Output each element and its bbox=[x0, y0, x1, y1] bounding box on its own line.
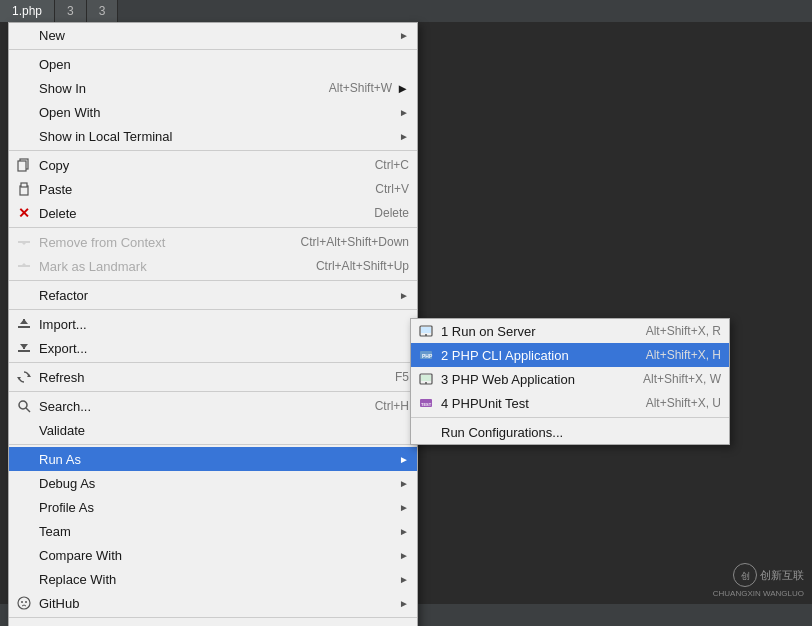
tab-3[interactable]: 3 bbox=[87, 0, 119, 22]
validate-label: Validate bbox=[39, 423, 85, 438]
menu-item-show-in[interactable]: Show In Alt+Shift+W ► bbox=[9, 76, 417, 100]
paste-icon bbox=[15, 182, 33, 196]
replace-with-arrow: ► bbox=[399, 574, 409, 585]
mark-landmark-icon bbox=[15, 259, 33, 273]
run-as-label: Run As bbox=[39, 452, 81, 467]
tab-2-label: 3 bbox=[67, 4, 74, 18]
svg-point-18 bbox=[18, 597, 30, 609]
paste-shortcut: Ctrl+V bbox=[375, 182, 409, 196]
tab-1-label: 1.php bbox=[12, 4, 42, 18]
compare-with-label: Compare With bbox=[39, 548, 122, 563]
new-arrow: ► bbox=[399, 30, 409, 41]
submenu-sep bbox=[411, 417, 729, 418]
refactor-arrow: ► bbox=[399, 290, 409, 301]
menu-item-open[interactable]: Open bbox=[9, 52, 417, 76]
import-label: Import... bbox=[39, 317, 87, 332]
menu-item-properties[interactable]: Properties Alt+Enter bbox=[9, 620, 417, 626]
phpunit-shortcut: Alt+Shift+X, U bbox=[646, 396, 721, 410]
new-label: New bbox=[39, 28, 65, 43]
delete-icon: ✕ bbox=[15, 205, 33, 221]
search-shortcut: Ctrl+H bbox=[375, 399, 409, 413]
menu-item-github[interactable]: GitHub ► bbox=[9, 591, 417, 615]
svg-line-17 bbox=[26, 408, 30, 412]
menu-item-copy[interactable]: Copy Ctrl+C bbox=[9, 153, 417, 177]
menu-item-show-local-terminal[interactable]: Show in Local Terminal ► bbox=[9, 124, 417, 148]
profile-as-arrow: ► bbox=[399, 502, 409, 513]
sep7 bbox=[9, 391, 417, 392]
show-in-arrow: ► bbox=[396, 81, 409, 96]
svg-rect-22 bbox=[421, 327, 431, 333]
svg-rect-3 bbox=[21, 183, 27, 187]
run-server-shortcut: Alt+Shift+X, R bbox=[646, 324, 721, 338]
menu-item-new[interactable]: New ► bbox=[9, 23, 417, 47]
submenu-item-phpunit[interactable]: TEST 4 PHPUnit Test Alt+Shift+X, U bbox=[411, 391, 729, 415]
sep3 bbox=[9, 227, 417, 228]
refactor-label: Refactor bbox=[39, 288, 88, 303]
delete-label: Delete bbox=[39, 206, 77, 221]
github-icon bbox=[15, 596, 33, 610]
tab-2[interactable]: 3 bbox=[55, 0, 87, 22]
compare-with-arrow: ► bbox=[399, 550, 409, 561]
menu-item-export[interactable]: Export... bbox=[9, 336, 417, 360]
menu-item-paste[interactable]: Paste Ctrl+V bbox=[9, 177, 417, 201]
svg-point-20 bbox=[25, 601, 27, 603]
replace-with-label: Replace With bbox=[39, 572, 116, 587]
svg-rect-8 bbox=[18, 326, 30, 328]
debug-as-arrow: ► bbox=[399, 478, 409, 489]
menu-item-search[interactable]: Search... Ctrl+H bbox=[9, 394, 417, 418]
tab-1[interactable]: 1.php bbox=[0, 0, 55, 22]
sep6 bbox=[9, 362, 417, 363]
menu-item-profile-as[interactable]: Profile As ► bbox=[9, 495, 417, 519]
copy-label: Copy bbox=[39, 158, 69, 173]
import-icon bbox=[15, 317, 33, 331]
open-with-label: Open With bbox=[39, 105, 100, 120]
refresh-shortcut: F5 bbox=[395, 370, 409, 384]
debug-as-label: Debug As bbox=[39, 476, 95, 491]
submenu-item-run-server[interactable]: 1 Run on Server Alt+Shift+X, R bbox=[411, 319, 729, 343]
menu-item-run-as[interactable]: Run As ► bbox=[9, 447, 417, 471]
delete-shortcut: Delete bbox=[374, 206, 409, 220]
menu-item-team[interactable]: Team ► bbox=[9, 519, 417, 543]
sep4 bbox=[9, 280, 417, 281]
github-label: GitHub bbox=[39, 596, 79, 611]
menu-item-replace-with[interactable]: Replace With ► bbox=[9, 567, 417, 591]
submenu-item-run-configs[interactable]: Run Configurations... bbox=[411, 420, 729, 444]
php-web-label: 3 PHP Web Application bbox=[441, 372, 575, 387]
menu-item-refresh[interactable]: Refresh F5 bbox=[9, 365, 417, 389]
php-web-icon bbox=[417, 372, 435, 386]
menu-item-remove-context[interactable]: Remove from Context Ctrl+Alt+Shift+Down bbox=[9, 230, 417, 254]
menu-item-refactor[interactable]: Refactor ► bbox=[9, 283, 417, 307]
tab-3-label: 3 bbox=[99, 4, 106, 18]
remove-context-shortcut: Ctrl+Alt+Shift+Down bbox=[301, 235, 409, 249]
team-label: Team bbox=[39, 524, 71, 539]
svg-point-16 bbox=[19, 401, 27, 409]
menu-item-open-with[interactable]: Open With ► bbox=[9, 100, 417, 124]
svg-rect-10 bbox=[23, 319, 25, 324]
show-local-terminal-label: Show in Local Terminal bbox=[39, 129, 172, 144]
run-configs-label: Run Configurations... bbox=[441, 425, 563, 440]
menu-item-validate[interactable]: Validate bbox=[9, 418, 417, 442]
show-in-label: Show In bbox=[39, 81, 86, 96]
sep1 bbox=[9, 49, 417, 50]
svg-rect-27 bbox=[421, 375, 431, 381]
submenu-item-php-web[interactable]: 3 PHP Web Application Alt+Shift+X, W bbox=[411, 367, 729, 391]
run-as-arrow: ► bbox=[399, 454, 409, 465]
open-with-arrow: ► bbox=[399, 107, 409, 118]
menu-item-mark-landmark[interactable]: Mark as Landmark Ctrl+Alt+Shift+Up bbox=[9, 254, 417, 278]
mark-landmark-label: Mark as Landmark bbox=[39, 259, 147, 274]
svg-point-19 bbox=[21, 601, 23, 603]
remove-context-label: Remove from Context bbox=[39, 235, 165, 250]
php-cli-shortcut: Alt+Shift+X, H bbox=[646, 348, 721, 362]
refresh-label: Refresh bbox=[39, 370, 85, 385]
svg-rect-13 bbox=[23, 344, 25, 349]
menu-item-compare-with[interactable]: Compare With ► bbox=[9, 543, 417, 567]
submenu-item-php-cli[interactable]: PHP 2 PHP CLI Application Alt+Shift+X, H bbox=[411, 343, 729, 367]
svg-point-23 bbox=[425, 334, 427, 336]
menu-item-import[interactable]: Import... bbox=[9, 312, 417, 336]
open-label: Open bbox=[39, 57, 71, 72]
menu-item-debug-as[interactable]: Debug As ► bbox=[9, 471, 417, 495]
menu-item-delete[interactable]: ✕ Delete Delete bbox=[9, 201, 417, 225]
svg-rect-1 bbox=[18, 161, 26, 171]
copy-shortcut: Ctrl+C bbox=[375, 158, 409, 172]
watermark-icon: 创 bbox=[733, 563, 757, 587]
